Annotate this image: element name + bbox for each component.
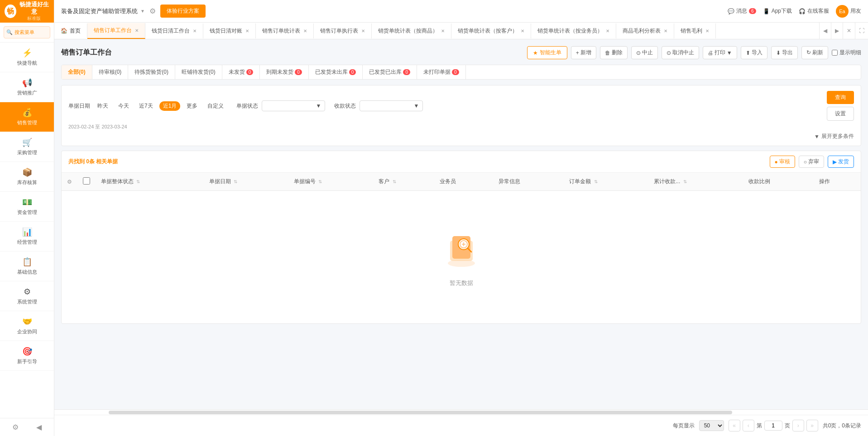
export-button[interactable]: ⬇ 导出 (771, 46, 798, 59)
sub-tab-shipped-out[interactable]: 已发货已出库0 (363, 65, 417, 79)
sub-tab-all[interactable]: 全部(0) (62, 65, 92, 79)
tab-sales-summary-customer[interactable]: 销货单统计表（按客户） ✕ (451, 24, 531, 38)
filter-opt-custom[interactable]: 自定义 (204, 101, 227, 111)
stop-button[interactable]: ⊙ 中止 (631, 46, 658, 59)
tab-sales-workbench[interactable]: 销售订单工作台 ✕ (87, 23, 145, 39)
per-page-select[interactable]: 50 10 20 100 (699, 420, 724, 431)
service-item[interactable]: 🎧 在线客服 (799, 7, 829, 15)
sidebar-item-operations[interactable]: 📊 经营管理 (0, 222, 54, 251)
sub-tab-pending-inspect[interactable]: 待拣货验货(0) (128, 65, 175, 79)
sidebar-bottom: ⚙ ◀ (0, 418, 54, 436)
review-button[interactable]: ● 审核 (770, 156, 795, 168)
smart-order-button[interactable]: ★ 智能生单 (527, 46, 567, 59)
tab-close-sales-stats[interactable]: ✕ (303, 28, 307, 33)
refresh-button[interactable]: ↻ 刷新 (801, 46, 828, 59)
sidebar-item-guide[interactable]: 🎯 新手引导 (0, 341, 54, 371)
print-button[interactable]: 🖨 打印 ▼ (703, 46, 737, 59)
sidebar-item-sales[interactable]: 💰 销售管理 (0, 102, 54, 132)
ship-button[interactable]: ▶ 发货 (828, 156, 854, 168)
tab-close-cash-daily[interactable]: ✕ (193, 28, 197, 33)
sidebar-item-inventory[interactable]: 📦 库存核算 (0, 162, 54, 192)
tab-close-cash-reconcile[interactable]: ✕ (245, 28, 249, 33)
tab-close-summary-customer[interactable]: ✕ (521, 28, 524, 33)
tab-cash-daily[interactable]: 钱货日清工作台 ✕ (145, 24, 203, 38)
topbar-settings-icon[interactable]: ⚙ (149, 7, 156, 15)
show-detail-label[interactable]: 显示明细 (832, 49, 861, 57)
tab-sales-exec[interactable]: 销售订单执行表 ✕ (314, 24, 372, 38)
status-dropdown-icon: ▼ (316, 103, 321, 109)
tab-close-sales-exec[interactable]: ✕ (361, 28, 365, 33)
sidebar-item-basic[interactable]: 📋 基础信息 (0, 251, 54, 281)
sidebar-item-cooperation[interactable]: 🤝 企业协同 (0, 311, 54, 341)
tab-sales-profit[interactable]: 销售毛利 ✕ (674, 24, 716, 38)
sidebar-item-finance[interactable]: 💵 资金管理 (0, 192, 54, 222)
show-detail-checkbox[interactable] (832, 50, 838, 56)
date-filter-item: 单据日期 昨天 今天 近7天 近1月 更多 自定义 (68, 101, 227, 111)
table-actions: ● 审核 ○ 弃审 ▶ 发货 (770, 156, 854, 168)
tab-sales-summary-staff[interactable]: 销货单统计表（按业务员） ✕ (531, 24, 616, 38)
marketing-icon: 📢 (22, 78, 32, 88)
tab-gross-margin[interactable]: 商品毛利分析表 ✕ (616, 24, 674, 38)
page-input[interactable] (764, 421, 782, 431)
filter-opt-today[interactable]: 今天 (115, 101, 133, 111)
table-header-row: 共找到 0条 相关单据 ● 审核 ○ 弃审 (62, 151, 861, 173)
delete-button[interactable]: 🗑 删除 (600, 46, 628, 59)
user-item[interactable]: Ea 用友 (836, 5, 861, 18)
tab-close-summary-product[interactable]: ✕ (441, 28, 445, 33)
not-printed-badge: 0 (452, 69, 459, 75)
tab-close-all-button[interactable]: ✕ (843, 23, 855, 39)
cancel-stop-button[interactable]: ⊙ 取消中止 (662, 46, 699, 59)
sidebar-item-system[interactable]: ⚙ 系统管理 (0, 281, 54, 311)
sub-tab-shipped-not-out[interactable]: 已发货未出库0 (309, 65, 363, 79)
settings-bottom-icon[interactable]: ⚙ (12, 423, 19, 431)
status-filter-select[interactable]: ▼ (262, 100, 325, 111)
status-filter-label: 单据状态 (236, 102, 258, 110)
scrollbar-thumb[interactable] (109, 411, 732, 414)
col-amount: 订单金额 ⇅ (564, 173, 648, 191)
horizontal-scrollbar[interactable] (54, 409, 868, 415)
tab-home[interactable]: 🏠 首页 (54, 24, 87, 38)
query-button[interactable]: 查询 (827, 91, 854, 104)
tab-close-sales-profit[interactable]: ✕ (705, 28, 709, 33)
import-button[interactable]: ⬆ 导入 (741, 46, 767, 59)
sidebar-item-marketing[interactable]: 📢 营销推广 (0, 72, 54, 102)
tab-close-gross-margin[interactable]: ✕ (664, 28, 667, 33)
sub-tab-wangpu[interactable]: 旺铺待发货(0) (175, 65, 222, 79)
tab-prev-button[interactable]: ◀ (819, 23, 831, 39)
sub-tab-pending-review[interactable]: 待审核(0) (92, 65, 129, 79)
filter-opt-7days[interactable]: 近7天 (135, 101, 157, 111)
search-menu-button[interactable]: 🔍 搜索菜单 (4, 26, 50, 38)
last-page-button[interactable]: » (806, 420, 818, 431)
solution-button[interactable]: 体验行业方案 (160, 5, 206, 18)
tab-fullscreen-button[interactable]: ⛶ (855, 23, 868, 39)
tab-close-summary-staff[interactable]: ✕ (606, 28, 609, 33)
tab-close-sales-workbench[interactable]: ✕ (135, 28, 139, 33)
sidebar-item-quick-nav[interactable]: ⚡ 快捷导航 (0, 43, 54, 72)
select-all-checkbox[interactable] (83, 177, 90, 185)
sub-tab-not-shipped[interactable]: 未发货0 (222, 65, 260, 79)
next-page-button[interactable]: › (792, 420, 804, 431)
tab-cash-reconcile[interactable]: 钱货日清对账 ✕ (203, 24, 256, 38)
review-icon: ● (775, 159, 778, 165)
tab-sales-stats[interactable]: 销售订单统计表 ✕ (256, 24, 314, 38)
col-settings-icon[interactable]: ⚙ (67, 179, 72, 185)
collapse-icon[interactable]: ◀ (36, 423, 42, 431)
tab-sales-summary-product[interactable]: 销货单统计表（按商品） ✕ (372, 24, 451, 38)
set-button[interactable]: 设置 (827, 107, 854, 121)
filter-opt-1month[interactable]: 近1月 (159, 101, 181, 111)
filter-opt-yesterday[interactable]: 昨天 (94, 101, 112, 111)
payment-filter-select[interactable]: ▼ (360, 100, 423, 111)
prev-page-button[interactable]: ‹ (743, 420, 754, 431)
cancel-review-button[interactable]: ○ 弃审 (799, 156, 824, 168)
expand-more-button[interactable]: ▼ 展开更多条件 (814, 133, 854, 140)
sub-tab-not-printed[interactable]: 未打印单据0 (417, 65, 466, 79)
new-button[interactable]: + 新增 (571, 46, 596, 59)
first-page-button[interactable]: « (729, 420, 740, 431)
message-item[interactable]: 💬 消息 6 (728, 7, 756, 15)
sidebar-item-purchase[interactable]: 🛒 采购管理 (0, 132, 54, 162)
sub-tab-overdue[interactable]: 到期未发货0 (260, 65, 309, 79)
filter-opt-more[interactable]: 更多 (183, 101, 201, 111)
col-settings[interactable]: ⚙ (62, 173, 77, 191)
app-download-item[interactable]: 📱 App下载 (763, 7, 792, 15)
tab-next-button[interactable]: ▶ (831, 23, 843, 39)
